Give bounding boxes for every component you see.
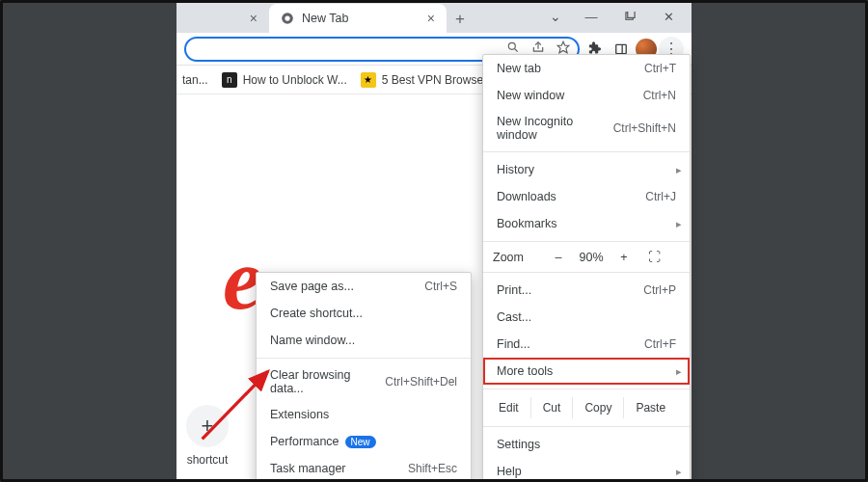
new-badge: New [345, 436, 376, 448]
minimize-button[interactable]: — [572, 2, 610, 31]
tab-inactive[interactable]: × [176, 4, 269, 33]
edit-cut[interactable]: Cut [530, 397, 573, 418]
menu-help[interactable]: Help▸ [483, 458, 690, 482]
menu-separator [483, 388, 690, 389]
zoom-value: 90% [578, 251, 605, 264]
submenu-name-window[interactable]: Name window... [257, 327, 471, 354]
edit-label: Edit [487, 401, 530, 415]
svg-rect-3 [627, 12, 634, 17]
fullscreen-icon[interactable]: ⛶ [643, 250, 665, 264]
zoom-in-button[interactable]: + [610, 251, 637, 264]
menu-separator [483, 426, 690, 427]
new-tab-button[interactable]: + [447, 6, 474, 33]
window-controls: ⌄ — ✕ [539, 0, 688, 33]
chevron-right-icon: ▸ [676, 365, 682, 378]
menu-edit-row: Edit Cut Copy Paste [483, 393, 690, 422]
edit-copy[interactable]: Copy [572, 397, 623, 418]
menu-separator [257, 358, 471, 359]
menu-incognito[interactable]: New Incognito windowCtrl+Shift+N [483, 109, 690, 147]
menu-separator [483, 272, 690, 273]
submenu-performance[interactable]: PerformanceNew [257, 428, 471, 455]
chrome-favicon-icon [281, 12, 294, 25]
menu-history[interactable]: History▸ [483, 156, 690, 183]
bookmark-label: tan... [182, 73, 208, 87]
menu-print[interactable]: Print...Ctrl+P [483, 277, 690, 304]
submenu-task-manager[interactable]: Task managerShift+Esc [257, 455, 471, 482]
plus-icon: + [186, 405, 229, 447]
bookmark-favicon-icon: n [222, 72, 237, 88]
menu-more-tools[interactable]: More tools▸ [483, 358, 690, 385]
chevron-right-icon: ▸ [676, 466, 682, 478]
bookmark-item[interactable]: nHow to Unblock W... [222, 72, 347, 88]
svg-line-5 [515, 49, 518, 52]
menu-cast[interactable]: Cast... [483, 304, 690, 331]
submenu-create-shortcut[interactable]: Create shortcut... [257, 300, 471, 327]
submenu-extensions[interactable]: Extensions [257, 401, 471, 428]
tabs-dropdown-icon[interactable]: ⌄ [539, 9, 572, 24]
submenu-clear-browsing-data[interactable]: Clear browsing data...Ctrl+Shift+Del [257, 362, 471, 401]
tab-title: New Tab [302, 12, 348, 25]
menu-zoom: Zoom – 90% + ⛶ [483, 246, 690, 268]
bookmark-label: How to Unblock W... [243, 73, 347, 87]
chevron-right-icon: ▸ [676, 218, 682, 230]
maximize-button[interactable] [610, 2, 649, 31]
more-tools-submenu: Save page as...Ctrl+S Create shortcut...… [256, 272, 472, 482]
bookmark-item[interactable]: tan... [182, 73, 208, 87]
svg-point-4 [508, 42, 515, 49]
tab-active[interactable]: New Tab × [269, 4, 447, 33]
menu-find[interactable]: Find...Ctrl+F [483, 331, 690, 358]
tab-strip: × New Tab × + ⌄ — ✕ [176, 0, 692, 33]
menu-separator [483, 151, 690, 152]
bookmark-label: 5 Best VPN Browser. [382, 73, 490, 87]
main-menu: New tabCtrl+T New windowCtrl+N New Incog… [482, 54, 691, 482]
chevron-right-icon: ▸ [676, 164, 682, 176]
svg-rect-7 [616, 44, 627, 53]
menu-new-tab[interactable]: New tabCtrl+T [483, 55, 690, 82]
menu-downloads[interactable]: DownloadsCtrl+J [483, 183, 690, 210]
close-icon[interactable]: × [427, 11, 435, 26]
menu-bookmarks[interactable]: Bookmarks▸ [483, 210, 690, 237]
menu-new-window[interactable]: New windowCtrl+N [483, 82, 690, 109]
svg-point-1 [285, 15, 289, 20]
add-shortcut[interactable]: + shortcut [186, 405, 229, 467]
submenu-save-page[interactable]: Save page as...Ctrl+S [257, 273, 471, 300]
bookmark-item[interactable]: ★5 Best VPN Browser. [361, 72, 490, 88]
zoom-out-button[interactable]: – [545, 251, 572, 264]
close-window-button[interactable]: ✕ [649, 2, 688, 31]
menu-settings[interactable]: Settings [483, 431, 690, 458]
shortcut-label: shortcut [187, 453, 229, 467]
close-icon[interactable]: × [250, 11, 258, 26]
edit-paste[interactable]: Paste [623, 397, 677, 418]
bookmark-favicon-icon: ★ [361, 72, 376, 88]
menu-separator [483, 241, 690, 242]
svg-marker-6 [557, 41, 569, 53]
zoom-label: Zoom [493, 251, 539, 264]
